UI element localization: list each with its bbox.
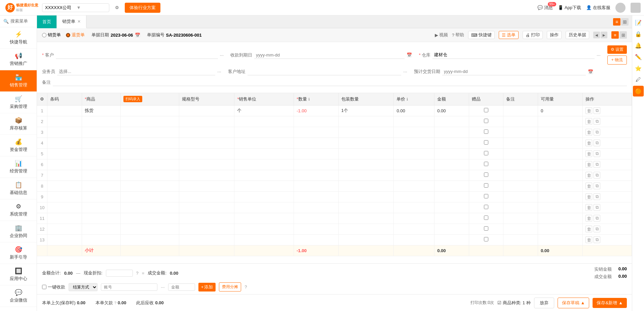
col-scan[interactable]: 扫码录入 bbox=[120, 93, 179, 105]
prev-arrow[interactable]: ◀ bbox=[593, 32, 600, 38]
right-icon-4[interactable]: ✏️ bbox=[633, 51, 644, 62]
cell-product[interactable]: 拣货 bbox=[82, 105, 121, 116]
tab-home[interactable]: 首页 bbox=[37, 15, 57, 28]
notes-input[interactable] bbox=[53, 79, 627, 86]
copy-row-btn[interactable]: ⧉ bbox=[594, 226, 600, 232]
cell-gift[interactable] bbox=[469, 105, 503, 116]
delete-row-btn[interactable]: 🗑 bbox=[585, 107, 592, 114]
delete-row-btn[interactable]: 🗑 bbox=[585, 172, 592, 179]
gift-checkbox[interactable] bbox=[484, 108, 488, 112]
save-draft-button[interactable]: 保存草稿 ▲ bbox=[558, 298, 590, 308]
gift-checkbox[interactable] bbox=[484, 226, 488, 231]
app-download-item[interactable]: 📱 App下载 bbox=[558, 5, 581, 11]
account-more-btn[interactable]: ··· bbox=[161, 284, 165, 290]
right-icon-5[interactable]: ⭐ bbox=[633, 63, 644, 74]
cell-price[interactable]: 0.00 bbox=[394, 105, 434, 116]
tab-sales-order[interactable]: 销货单 ✕ bbox=[57, 15, 86, 28]
search-menu[interactable]: 🔍 搜索菜单 bbox=[0, 15, 37, 27]
gift-checkbox[interactable] bbox=[484, 183, 488, 188]
settings-icon[interactable]: ⚙ bbox=[112, 3, 122, 13]
delete-row-btn[interactable]: 🗑 bbox=[585, 129, 592, 135]
amount-field[interactable] bbox=[168, 283, 195, 291]
copy-row-btn[interactable]: ⧉ bbox=[594, 236, 600, 243]
cell-remarks[interactable] bbox=[503, 105, 538, 116]
radio-sales-input[interactable] bbox=[42, 33, 46, 37]
help-action[interactable]: ? 帮助 bbox=[452, 32, 464, 38]
gift-checkbox[interactable] bbox=[484, 172, 488, 177]
customer-input[interactable] bbox=[56, 51, 218, 59]
cell-spec[interactable] bbox=[179, 105, 234, 116]
right-icon-2[interactable]: 🔒 bbox=[633, 29, 644, 39]
copy-row-btn[interactable]: ⧉ bbox=[594, 107, 600, 114]
sidebar-item-inventory[interactable]: 📦 库存核算 bbox=[0, 113, 37, 135]
delete-row-btn[interactable]: 🗑 bbox=[585, 183, 592, 189]
copy-row-btn[interactable]: ⧉ bbox=[594, 118, 600, 125]
shortcut-btn[interactable]: ⌨ 快捷键 bbox=[468, 31, 495, 39]
cell-qty[interactable]: -1.00 bbox=[294, 105, 339, 116]
customer-addr-more-btn[interactable]: ··· bbox=[403, 69, 407, 74]
sidebar-item-system[interactable]: ⚙ 系统管理 bbox=[0, 199, 37, 221]
discount-input[interactable] bbox=[106, 270, 133, 277]
sidebar-item-sales[interactable]: 🏪 销售管理 bbox=[0, 70, 37, 92]
radio-sales[interactable]: 销货单 bbox=[42, 32, 61, 38]
print-btn[interactable]: 🖨 打印 bbox=[523, 31, 543, 39]
right-icon-3[interactable]: 🔔 bbox=[633, 40, 644, 51]
message-item[interactable]: 💬 消息 99+ bbox=[537, 5, 553, 11]
discard-button[interactable]: 放弃 bbox=[534, 298, 554, 308]
sidebar-item-finance[interactable]: 💰 资金管理 bbox=[0, 135, 37, 156]
user-menu[interactable] bbox=[631, 3, 641, 13]
delete-row-btn[interactable]: 🗑 bbox=[585, 226, 592, 232]
discount-help-icon[interactable]: ? bbox=[136, 271, 139, 276]
online-service-item[interactable]: 👤 在线客服 bbox=[586, 5, 610, 11]
trial-button[interactable]: 体验行业方案 bbox=[125, 3, 160, 13]
company-selector[interactable]: XXXXXX公司 ▼ bbox=[42, 3, 109, 12]
video-action[interactable]: ▶ 视频 bbox=[435, 32, 448, 38]
copy-row-btn[interactable]: ⧉ bbox=[594, 204, 600, 211]
gift-checkbox[interactable] bbox=[484, 129, 488, 134]
add-payment-btn[interactable]: + 添加 bbox=[198, 283, 216, 291]
payment-method-select[interactable]: 结算方式 bbox=[69, 283, 98, 291]
copy-row-btn[interactable]: ⧉ bbox=[594, 193, 600, 200]
logistics-button[interactable]: + 物流 bbox=[607, 55, 627, 65]
gift-checkbox[interactable] bbox=[484, 216, 488, 220]
sidebar-item-newbie[interactable]: 🎯 新手引导 bbox=[0, 242, 37, 264]
delete-row-btn[interactable]: 🗑 bbox=[585, 193, 592, 200]
history-btn[interactable]: 历史单据 bbox=[566, 31, 589, 39]
scan-btn[interactable]: 扫码录入 bbox=[123, 96, 142, 102]
expense-btn[interactable]: 费用分摊 bbox=[219, 282, 241, 291]
copy-row-btn[interactable]: ⧉ bbox=[594, 140, 600, 146]
setup-button[interactable]: ⚙ 设置 bbox=[607, 45, 627, 54]
right-icon-6[interactable]: 🖊 bbox=[633, 74, 644, 85]
gift-checkbox[interactable] bbox=[484, 194, 488, 198]
form-view-btn[interactable]: ≡ bbox=[611, 31, 619, 39]
gift-checkbox[interactable] bbox=[484, 205, 488, 209]
right-icon-1[interactable]: 📝 bbox=[633, 17, 644, 28]
delete-row-btn[interactable]: 🗑 bbox=[585, 204, 592, 211]
customer-more-btn[interactable]: ··· bbox=[220, 52, 224, 58]
operate-btn[interactable]: 操作 bbox=[547, 31, 562, 39]
copy-row-btn[interactable]: ⧉ bbox=[594, 150, 600, 157]
table-view-btn[interactable]: ⊞ bbox=[619, 31, 627, 39]
sidebar-item-quick-nav[interactable]: ⚡ 快捷导航 bbox=[0, 27, 37, 49]
gift-checkbox[interactable] bbox=[484, 151, 488, 155]
delete-row-btn[interactable]: 🗑 bbox=[585, 150, 592, 157]
expense-help-icon[interactable]: ? bbox=[244, 284, 247, 289]
copy-row-btn[interactable]: ⧉ bbox=[594, 129, 600, 135]
quick-pay-checkbox[interactable] bbox=[42, 285, 46, 289]
grid-view-btn[interactable]: ⊞ bbox=[621, 18, 629, 26]
cell-unit[interactable]: 个 bbox=[234, 105, 294, 116]
account-input[interactable] bbox=[101, 283, 157, 291]
select-btn[interactable]: ☰ 选单 bbox=[499, 31, 519, 39]
warehouse-input[interactable] bbox=[432, 51, 595, 59]
quick-pay-label[interactable]: 一键收款 bbox=[42, 284, 65, 290]
warehouse-more-btn[interactable]: ··· bbox=[597, 52, 601, 58]
sidebar-item-operations[interactable]: 📊 经营管理 bbox=[0, 156, 37, 178]
sidebar-item-apps[interactable]: 🔲 应用中心 bbox=[0, 264, 37, 285]
staff-input[interactable] bbox=[57, 68, 215, 75]
user-avatar[interactable] bbox=[615, 3, 626, 13]
sidebar-item-marketing[interactable]: 📢 营销推广 bbox=[0, 49, 37, 70]
gift-checkbox[interactable] bbox=[484, 119, 488, 123]
radio-return[interactable]: 退货单 bbox=[66, 32, 85, 38]
next-arrow[interactable]: ▶ bbox=[601, 32, 607, 38]
col-gear[interactable]: ⚙ bbox=[37, 93, 47, 105]
